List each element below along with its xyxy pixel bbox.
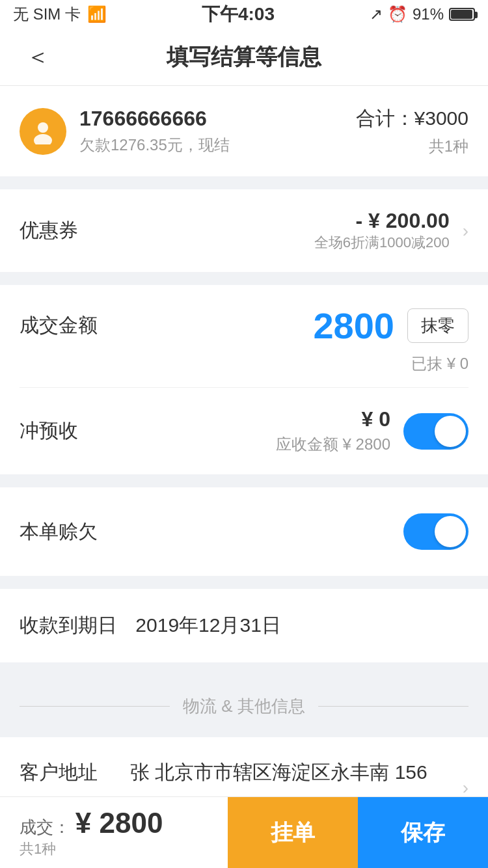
status-bar: 无 SIM 卡 📶 下午4:03 ↗ ⏰ 91%	[0, 0, 488, 29]
duedate-row: 收款到期日 2019年12月31日	[0, 589, 488, 662]
coupon-right: - ¥ 200.00 全场6折满1000减200 ›	[314, 209, 468, 252]
logistics-divider: 物流 & 其他信息	[0, 675, 488, 737]
avatar	[20, 108, 66, 155]
coupon-value-area: - ¥ 200.00 全场6折满1000减200	[314, 209, 450, 252]
amount-right: 2800 抹零	[313, 305, 468, 347]
wifi-icon: 📶	[87, 5, 107, 23]
debt-section: 本单赊欠	[0, 487, 488, 576]
coupon-value: - ¥ 200.00	[314, 209, 450, 233]
bottom-count: 共1种	[20, 839, 208, 859]
customer-phone: 17666666666	[79, 107, 230, 131]
svg-point-1	[34, 134, 52, 144]
bottom-summary: 成交： ¥ 2800 共1种	[0, 807, 228, 859]
address-label: 客户地址	[20, 757, 98, 788]
battery-percent: 91%	[413, 5, 444, 23]
bottom-bar: 成交： ¥ 2800 共1种 挂单 保存	[0, 796, 488, 868]
divider-line-right	[318, 706, 468, 707]
amount-sub: 已抹 ¥ 0	[20, 353, 468, 374]
nav-bar: ＜ 填写结算等信息	[0, 29, 488, 86]
charge-label: 冲预收	[20, 418, 78, 444]
customer-info: 17666666666 欠款1276.35元，现结	[79, 107, 230, 156]
logistics-label: 物流 & 其他信息	[183, 695, 305, 718]
bottom-amount: ¥ 2800	[75, 807, 163, 839]
debt-toggle[interactable]	[403, 513, 468, 550]
charge-row: 冲预收 ¥ 0 应收金额 ¥ 2800	[0, 388, 488, 474]
battery-icon	[449, 8, 475, 21]
content-area: 17666666666 欠款1276.35元，现结 合计：¥3000 共1种 优…	[0, 86, 488, 868]
coupon-section: 优惠券 - ¥ 200.00 全场6折满1000减200 ›	[0, 189, 488, 272]
save-button-label: 保存	[401, 818, 445, 848]
amount-row: 成交金额 2800 抹零	[20, 305, 468, 347]
debt-toggle-knob	[435, 516, 466, 547]
address-chevron-icon: ›	[463, 778, 468, 798]
status-right: ↗ ⏰ 91%	[370, 5, 475, 23]
customer-debt: 欠款1276.35元，现结	[79, 135, 230, 156]
charge-values: ¥ 0 应收金额 ¥ 2800	[276, 407, 390, 455]
amount-value: 2800	[313, 305, 394, 347]
customer-card: 17666666666 欠款1276.35元，现结 合计：¥3000 共1种	[0, 86, 488, 176]
amount-label: 成交金额	[20, 312, 98, 339]
status-time: 下午4:03	[202, 2, 275, 27]
customer-left: 17666666666 欠款1276.35元，现结	[20, 107, 230, 156]
divider-line-left	[20, 706, 170, 707]
round-button[interactable]: 抹零	[407, 308, 468, 343]
customer-total: 合计：¥3000 共1种	[356, 105, 468, 157]
status-left: 无 SIM 卡 📶	[13, 4, 107, 25]
page-title: 填写结算等信息	[167, 42, 321, 72]
alarm-icon: ⏰	[388, 5, 407, 23]
back-button[interactable]: ＜	[20, 34, 56, 79]
duedate-label: 收款到期日	[20, 614, 117, 636]
save-button[interactable]: 保存	[358, 797, 488, 869]
bottom-deal-label: 成交：	[20, 817, 70, 837]
hold-button[interactable]: 挂单	[228, 797, 358, 869]
charge-amount: ¥ 0	[276, 407, 390, 431]
total-count: 共1种	[356, 136, 468, 157]
charge-right: ¥ 0 应收金额 ¥ 2800	[276, 407, 468, 455]
debt-label: 本单赊欠	[20, 519, 98, 545]
coupon-desc: 全场6折满1000减200	[314, 233, 450, 252]
coupon-row[interactable]: 优惠券 - ¥ 200.00 全场6折满1000减200 ›	[0, 189, 488, 272]
duedate-value: 2019年12月31日	[135, 614, 280, 636]
location-icon: ↗	[370, 5, 383, 23]
charge-sub: 应收金额 ¥ 2800	[276, 434, 390, 455]
bottom-deal-row: 成交： ¥ 2800	[20, 807, 208, 839]
hold-button-label: 挂单	[271, 818, 315, 848]
amount-section: 成交金额 2800 抹零 已抹 ¥ 0 冲预收 ¥ 0 应收金额 ¥ 2800	[0, 285, 488, 474]
total-amount: 合计：¥3000	[356, 105, 468, 132]
amount-inner: 成交金额 2800 抹零 已抹 ¥ 0	[0, 285, 488, 387]
coupon-chevron-icon: ›	[463, 221, 468, 241]
coupon-label: 优惠券	[20, 217, 78, 244]
carrier-label: 无 SIM 卡	[13, 4, 81, 25]
charge-toggle[interactable]	[403, 413, 468, 450]
svg-point-0	[38, 122, 48, 133]
charge-toggle-knob	[435, 416, 466, 447]
